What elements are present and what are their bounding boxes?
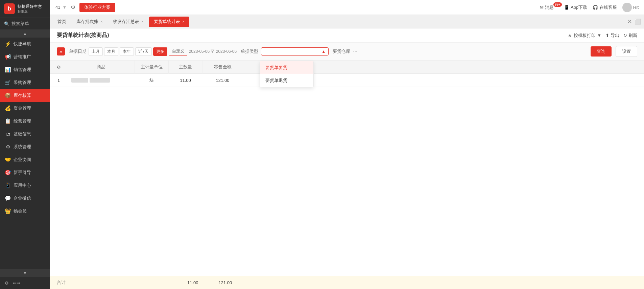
cell-amount: 121.00 [202, 74, 243, 87]
search-menu[interactable]: 🔍 搜索菜单 [0, 18, 50, 29]
sidebar-item-inventory[interactable]: 📦 库存核算 [0, 89, 50, 102]
export-button[interactable]: ⬆ 导出 [605, 32, 619, 39]
sidebar-item-appstore[interactable]: 📱 应用中心 [0, 179, 50, 192]
print-chevron-icon: ▼ [597, 33, 601, 38]
tab-order-stat-close[interactable]: × [182, 20, 185, 24]
operations-icon: 📋 [5, 118, 11, 124]
table-footer: 合计 11.00 121.00 [50, 276, 644, 289]
date-more-button[interactable]: 更多 [153, 47, 167, 56]
dropdown-item-order-goods[interactable]: 要货单要货 [260, 61, 313, 74]
tab-batch-close[interactable]: × [100, 20, 103, 24]
print-template-button[interactable]: 🖨 按模板打印 ▼ [568, 32, 601, 39]
sidebar-item-wecom[interactable]: 💬 企业微信 [0, 192, 50, 205]
message-badge: 99+ [553, 2, 562, 7]
avatar [622, 3, 632, 12]
date-this-year[interactable]: 本年 [120, 47, 134, 56]
date-custom-button[interactable]: 自定义 [169, 47, 187, 55]
filter-bar: » 单据日期 上月 本月 本年 近7天 更多 自定义 2023-05-06 至 … [50, 43, 644, 61]
type-filter-dropdown[interactable]: ▲ [261, 47, 329, 55]
tab-order-stat[interactable]: 要货单统计表 × [149, 17, 189, 27]
column-settings-icon[interactable]: ⚙ [57, 65, 61, 70]
filter-date-group: 单据日期 上月 本月 本年 近7天 更多 自定义 2023-05-06 至 20… [69, 47, 237, 56]
table-container: ⚙ 商品 主计量单位 主数量 零售金额 1 [50, 61, 644, 276]
service-icon: 🎧 [593, 5, 598, 10]
sidebar-item-quick-nav[interactable]: ⚡ 快捷导航 [0, 38, 50, 50]
store-dropdown-icon: ▼ [62, 5, 67, 10]
warehouse-more-icon[interactable]: ··· [353, 48, 357, 54]
page-header: 要货单统计表(按商品) 🖨 按模板打印 ▼ ⬆ 导出 ↻ 刷新 [50, 28, 644, 43]
topbar: 41 ▼ ⚙ 体验行业方案 ✉ 消息 99+ 📱 App下载 🎧 在线客服 Ri… [50, 0, 644, 15]
trial-button[interactable]: 体验行业方案 [79, 3, 115, 12]
app-download-link[interactable]: 📱 App下载 [564, 4, 587, 10]
page-content: 要货单统计表(按商品) 🖨 按模板打印 ▼ ⬆ 导出 ↻ 刷新 » [50, 28, 644, 289]
sidebar-item-finance[interactable]: 💰 资金管理 [0, 102, 50, 115]
dropdown-item-return-goods[interactable]: 要货单退货 [260, 74, 313, 87]
tab-batch[interactable]: 库存批次账 × [72, 17, 108, 27]
date-last-month[interactable]: 上月 [89, 47, 103, 56]
app-logo-icon: b [4, 3, 15, 14]
sidebar-item-system[interactable]: ⚙ 系统管理 [0, 140, 50, 153]
sidebar-item-label: 系统管理 [14, 144, 31, 150]
message-button[interactable]: ✉ 消息 99+ [540, 4, 558, 10]
tab-summary-label: 收发存汇总表 [113, 19, 139, 25]
main-area: 41 ▼ ⚙ 体验行业方案 ✉ 消息 99+ 📱 App下载 🎧 在线客服 Ri… [50, 0, 644, 289]
tab-summary-close[interactable]: × [141, 20, 144, 24]
tab-order-stat-label: 要货单统计表 [154, 19, 180, 25]
refresh-button[interactable]: ↻ 刷新 [623, 32, 637, 39]
page-header-actions: 🖨 按模板打印 ▼ ⬆ 导出 ↻ 刷新 [568, 32, 637, 39]
date-last-7-days[interactable]: 近7天 [135, 47, 152, 56]
tab-home[interactable]: 首页 [53, 17, 71, 27]
footer-qty-value: 11.00 [187, 280, 198, 285]
tabs-maximize[interactable]: ⬜ [635, 18, 641, 25]
sidebar-scroll-up[interactable]: ▲ [0, 29, 50, 38]
th-gear[interactable]: ⚙ [50, 61, 67, 74]
sidebar-item-collab[interactable]: 🤝 企业协同 [0, 153, 50, 166]
query-button[interactable]: 查询 [591, 46, 612, 57]
cell-unit: 块 [135, 74, 169, 87]
filter-expand-button[interactable]: » [57, 47, 65, 55]
topbar-right: ✉ 消息 99+ 📱 App下载 🎧 在线客服 Rit [540, 3, 639, 12]
table-row: 1 块 11.00 121.00 [50, 74, 644, 87]
data-table: ⚙ 商品 主计量单位 主数量 零售金额 1 [50, 61, 644, 87]
type-filter-label: 单据类型 [241, 48, 258, 54]
topbar-gear-icon[interactable]: ⚙ [71, 4, 75, 10]
sidebar-scroll-down[interactable]: ▼ [0, 269, 50, 277]
sidebar-item-label: 企业微信 [14, 195, 31, 201]
tabs-close-all[interactable]: ✕ [627, 18, 632, 25]
service-label: 在线客服 [599, 4, 617, 10]
sidebar-item-guide[interactable]: 🎯 新手引导 [0, 166, 50, 179]
sidebar-item-label: 应用中心 [14, 182, 31, 188]
sidebar-item-label: 企业协同 [14, 157, 31, 163]
collapse-button[interactable]: ⇐⇒ [13, 281, 20, 286]
sidebar: b 畅捷通好生意 标准版 🔍 搜索菜单 ▲ ⚡ 快捷导航 📢 营销推广 📊 销售… [0, 0, 50, 289]
app-name: 畅捷通好生意 [18, 4, 42, 9]
store-selector[interactable]: 41 ▼ [55, 5, 67, 10]
finance-icon: 💰 [5, 105, 11, 111]
sidebar-item-label: 销售管理 [14, 67, 31, 73]
tab-batch-label: 库存批次账 [76, 19, 98, 25]
product-placeholder-2 [90, 78, 110, 83]
sidebar-item-label: 库存核算 [14, 92, 31, 98]
tab-summary[interactable]: 收发存汇总表 × [108, 17, 148, 27]
online-service-link[interactable]: 🎧 在线客服 [593, 4, 617, 10]
settings-icon[interactable]: ⚙ [5, 281, 9, 286]
app-logo-text: 畅捷通好生意 标准版 [18, 4, 42, 14]
sidebar-item-basic[interactable]: 🗂 基础信息 [0, 128, 50, 140]
table-header-row: ⚙ 商品 主计量单位 主数量 零售金额 [50, 61, 644, 74]
settings-button[interactable]: 设置 [616, 46, 637, 57]
sidebar-item-member[interactable]: 👑 畅会员 [0, 205, 50, 218]
user-menu[interactable]: Rit [622, 3, 639, 12]
message-icon: ✉ [540, 5, 544, 10]
sidebar-item-sales[interactable]: 📊 销售管理 [0, 63, 50, 76]
sidebar-item-marketing[interactable]: 📢 营销推广 [0, 50, 50, 63]
system-icon: ⚙ [5, 144, 11, 150]
sidebar-items: ⚡ 快捷导航 📢 营销推广 📊 销售管理 🛒 采购管理 📦 库存核算 💰 资金管… [0, 38, 50, 269]
sidebar-item-operations[interactable]: 📋 经营管理 [0, 115, 50, 128]
collab-icon: 🤝 [5, 157, 11, 163]
sidebar-item-purchase[interactable]: 🛒 采购管理 [0, 76, 50, 89]
tabs-bar: 首页 库存批次账 × 收发存汇总表 × 要货单统计表 × ✕ ⬜ [50, 15, 644, 28]
app-download-icon: 📱 [564, 5, 569, 10]
purchase-icon: 🛒 [5, 80, 11, 86]
date-this-month[interactable]: 本月 [104, 47, 118, 56]
print-icon: 🖨 [568, 33, 572, 38]
